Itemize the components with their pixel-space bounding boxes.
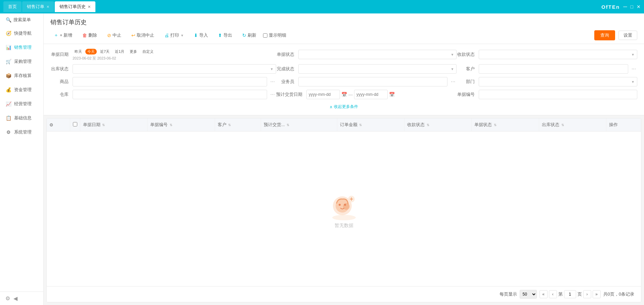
print-button[interactable]: 🖨 打印 ▼ [161, 31, 187, 40]
maximize-button[interactable]: □ [631, 4, 633, 9]
sales-rep-dots[interactable]: ··· [449, 79, 457, 84]
date-tag-today[interactable]: 今天 [85, 49, 97, 54]
sidebar-item-nav[interactable]: 🧭 快捷导航 [0, 26, 43, 40]
calendar-to-icon[interactable]: 📅 [389, 92, 395, 97]
collapse-sidebar-icon[interactable]: ◀ [13, 295, 17, 302]
display-cols-toggle[interactable]: 显示明细 [263, 32, 286, 38]
last-page-button[interactable]: » [593, 290, 601, 298]
bill-status-select[interactable] [298, 50, 457, 59]
receipt-status-select[interactable] [479, 50, 637, 59]
col-bill-status-sort[interactable]: ⇅ [494, 123, 497, 127]
delete-icon: 🗑 [82, 33, 87, 38]
sidebar-item-finance[interactable]: 💰 资金管理 [0, 83, 43, 97]
close-window-button[interactable]: ✕ [637, 4, 641, 9]
brand-label: OfTEn [601, 4, 620, 10]
customer-filter: 客户 ··· [457, 64, 637, 74]
svg-point-3 [343, 203, 350, 210]
query-button[interactable]: 查询 [594, 30, 615, 40]
tab-home[interactable]: 首页 [3, 1, 22, 12]
goods-dots[interactable]: ··· [269, 79, 276, 84]
complete-status-select[interactable] [298, 64, 457, 74]
import-button[interactable]: ⬇ 导入 [190, 31, 211, 40]
empty-text: 暂无数据 [335, 223, 353, 229]
date-tag-yesterday[interactable]: 昨天 [73, 49, 84, 54]
page-suffix: 页 [577, 291, 582, 297]
goods-input[interactable] [73, 77, 267, 86]
sidebar-item-operations[interactable]: 📈 经营管理 [0, 97, 43, 111]
top-bar-right: OfTEn ─ □ ✕ [601, 4, 641, 10]
col-receipt-status-sort[interactable]: ⇅ [427, 123, 429, 127]
refresh-button[interactable]: ↻ 刷新 [239, 31, 260, 40]
select-all-checkbox[interactable] [73, 122, 77, 126]
col-action: 操作 [606, 118, 641, 131]
export-button[interactable]: ⬆ 导出 [215, 31, 235, 40]
tab-sales-history[interactable]: 销售订单历史 ✕ [55, 1, 95, 12]
complete-status-label: 完成状态 [276, 66, 296, 72]
next-page-button[interactable]: › [583, 290, 591, 298]
customer-input[interactable] [479, 64, 628, 74]
col-no[interactable]: 单据编号 ⇅ [147, 118, 215, 131]
warehouse-input[interactable] [73, 90, 267, 99]
sidebar-item-inventory[interactable]: 📦 库存核算 [0, 69, 43, 83]
warehouse-dots[interactable]: ··· [269, 92, 276, 97]
sidebar-bottom: ⚙ ◀ [0, 292, 43, 305]
content-header: 销售订单历史 ＋ + 新增 🗑 删除 ⊘ 中止 ↩ 取消中止 [44, 13, 644, 44]
col-receipt-status[interactable]: 收款状态 ⇅ [404, 118, 472, 131]
col-expected[interactable]: 预计交货... ⇅ [261, 118, 337, 131]
tab-sales-order[interactable]: 销售订单 ✕ [22, 1, 54, 12]
minimize-button[interactable]: ─ [623, 4, 627, 10]
cancel-stop-button[interactable]: ↩ 取消中止 [128, 31, 158, 40]
tab-sales-order-close[interactable]: ✕ [46, 5, 49, 9]
col-date[interactable]: 单据日期 ⇅ [80, 118, 147, 131]
tab-sales-history-close[interactable]: ✕ [88, 5, 91, 9]
table-check-col[interactable] [70, 118, 80, 131]
dept-select[interactable] [479, 77, 637, 86]
per-page-label: 每页显示 [500, 291, 517, 297]
expected-date-label: 预计交货日期 [276, 91, 304, 98]
col-bill-status[interactable]: 单据状态 ⇅ [472, 118, 539, 131]
settings-button[interactable]: 设置 [618, 31, 637, 40]
page-number-input[interactable] [564, 290, 576, 298]
col-date-sort[interactable]: ⇅ [102, 123, 105, 127]
settings-bottom-icon[interactable]: ⚙ [5, 295, 10, 302]
col-out-status[interactable]: 出库状态 ⇅ [539, 118, 606, 131]
sidebar-item-search[interactable]: 🔍 搜索菜单 [0, 13, 43, 26]
date-tag-1month[interactable]: 近1月 [113, 49, 126, 54]
collapse-button[interactable]: ∧ 收起更多条件 [50, 103, 637, 111]
page-label: 第 [558, 291, 563, 297]
col-customer[interactable]: 客户 ⇅ [215, 118, 261, 131]
date-tag-custom[interactable]: 自定义 [140, 49, 156, 54]
first-page-button[interactable]: « [540, 290, 548, 298]
sidebar-item-sales[interactable]: 📊 销售管理 [0, 40, 43, 54]
date-tag-7days[interactable]: 近7天 [98, 49, 112, 54]
new-button[interactable]: ＋ + 新增 [50, 31, 76, 40]
col-amount[interactable]: 订单金额 ⇅ [337, 118, 404, 131]
col-out-status-sort[interactable]: ⇅ [561, 123, 564, 127]
date-tag-more[interactable]: 更多 [128, 49, 139, 54]
expected-date-to[interactable] [354, 90, 388, 99]
sidebar-item-sales-label: 销售管理 [14, 44, 32, 50]
col-customer-sort[interactable]: ⇅ [228, 123, 231, 127]
per-page-select[interactable]: 10 20 50 100 [520, 290, 537, 299]
calendar-from-icon[interactable]: 📅 [341, 92, 347, 97]
order-no-input[interactable] [479, 90, 637, 99]
table-settings-col[interactable]: ⚙ [47, 118, 70, 131]
sales-rep-filter: 业务员 ··· [276, 77, 457, 86]
stop-button[interactable]: ⊘ 中止 [104, 31, 125, 40]
col-amount-sort[interactable]: ⇅ [359, 123, 362, 127]
customer-dots[interactable]: ··· [630, 66, 637, 72]
sidebar-item-purchase-label: 采购管理 [14, 59, 32, 65]
sidebar-item-basics[interactable]: 📋 基础信息 [0, 111, 43, 125]
dept-filter: 部门 ▼ [457, 77, 637, 86]
data-table: ⚙ 单据日期 ⇅ 单据编号 ⇅ 客户 [47, 118, 641, 131]
sales-rep-input[interactable] [298, 77, 447, 86]
sidebar-item-purchase[interactable]: 🛒 采购管理 [0, 54, 43, 69]
display-cols-checkbox[interactable] [263, 33, 267, 38]
sidebar-item-system[interactable]: ⚙ 系统管理 [0, 125, 43, 139]
expected-date-from[interactable] [306, 90, 340, 99]
prev-page-button[interactable]: ‹ [549, 290, 557, 298]
col-expected-sort[interactable]: ⇅ [287, 123, 289, 127]
out-status-select[interactable] [73, 64, 276, 74]
delete-button[interactable]: 🗑 删除 [79, 31, 100, 40]
col-no-sort[interactable]: ⇅ [170, 123, 172, 127]
